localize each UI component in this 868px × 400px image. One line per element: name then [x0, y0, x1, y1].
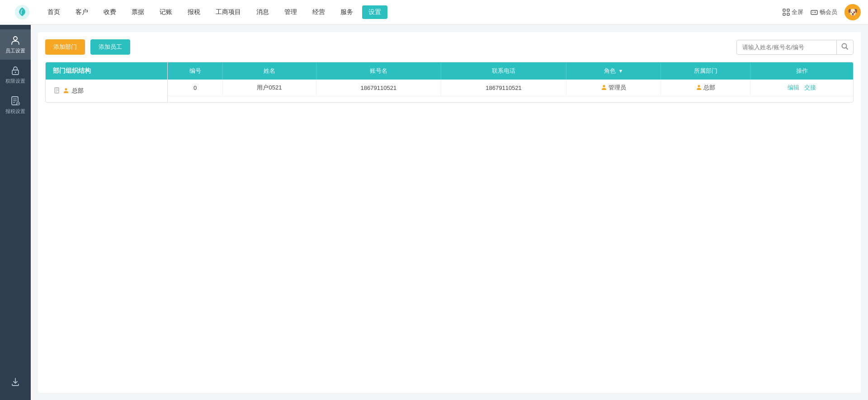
role-badge: 管理员	[601, 84, 626, 92]
cell-phone: 18679110521	[441, 80, 566, 96]
dept-tree-item-headquarters[interactable]: 总部	[50, 84, 163, 98]
svg-point-25	[603, 85, 605, 87]
sidebar-bottom	[10, 371, 21, 400]
left-sidebar: 员工设置 权限设置 报税设置	[0, 25, 31, 400]
fullscreen-icon	[783, 9, 790, 16]
member-button[interactable]: 畅会员	[811, 8, 837, 16]
search-input[interactable]	[737, 41, 836, 53]
content-area: 添加部门 添加员工 部门组织结构	[38, 32, 861, 393]
col-role[interactable]: 角色 ▼	[566, 62, 660, 80]
nav-operation[interactable]: 经营	[306, 5, 331, 19]
fullscreen-label: 全屏	[792, 8, 803, 16]
employee-table-area: 编号 姓名 账号名 联系电话 角色 ▼ 所属部门 操作	[168, 62, 853, 102]
svg-rect-3	[783, 13, 785, 15]
nav-tax[interactable]: 报税	[181, 5, 207, 19]
role-label: 管理员	[609, 84, 626, 92]
dept-tree-body: 总部	[46, 80, 167, 102]
svg-rect-5	[811, 10, 817, 14]
top-navigation: 首页 客户 收费 票据 记账 报税 工商项目 消息 管理 经营 服务 设置 全屏	[0, 0, 868, 25]
sidebar-item-permission[interactable]: 权限设置	[0, 60, 31, 90]
sidebar-item-tax-settings[interactable]: 报税设置	[0, 90, 31, 120]
sidebar-download[interactable]	[10, 371, 21, 393]
dept-item-label: 总部	[72, 87, 84, 95]
col-phone: 联系电话	[441, 62, 566, 80]
svg-point-8	[14, 37, 17, 40]
svg-point-10	[15, 72, 16, 73]
top-nav-right: 全屏 畅会员 🐶	[783, 4, 861, 20]
search-container	[736, 40, 854, 55]
nav-client[interactable]: 客户	[69, 5, 94, 19]
col-id: 编号	[168, 62, 223, 80]
add-dept-button[interactable]: 添加部门	[45, 39, 85, 55]
cell-dept: 总部	[661, 80, 750, 96]
main-nav: 首页 客户 收费 票据 记账 报税 工商项目 消息 管理 经营 服务 设置	[41, 5, 783, 19]
col-actions: 操作	[750, 62, 854, 80]
search-button[interactable]	[836, 40, 853, 54]
nav-home[interactable]: 首页	[41, 5, 66, 19]
download-icon	[10, 376, 21, 387]
nav-settings[interactable]: 设置	[362, 5, 387, 19]
cell-actions: 编辑 交接	[750, 80, 854, 96]
col-name: 姓名	[223, 62, 316, 80]
sidebar-item-employee[interactable]: 员工设置	[0, 29, 31, 60]
nav-bookkeeping[interactable]: 记账	[153, 5, 179, 19]
dept-person-icon	[63, 87, 69, 95]
main-content: 添加部门 添加员工 部门组织结构	[31, 25, 868, 400]
dept-tree: 部门组织结构	[46, 62, 168, 102]
member-icon	[811, 9, 818, 16]
nav-business[interactable]: 工商项目	[209, 5, 247, 19]
cell-account: 18679110521	[316, 80, 441, 96]
handover-button[interactable]: 交接	[804, 84, 816, 91]
table-row: 0 用户0521 18679110521 18679110521	[168, 80, 853, 96]
add-emp-button[interactable]: 添加员工	[90, 39, 130, 55]
dept-badge: 总部	[696, 84, 715, 92]
app-logo	[7, 4, 37, 20]
svg-rect-2	[787, 9, 789, 11]
sidebar-label-tax-settings: 报税设置	[5, 108, 25, 115]
permission-icon	[10, 65, 21, 76]
nav-message[interactable]: 消息	[250, 5, 275, 19]
fullscreen-button[interactable]: 全屏	[783, 8, 803, 16]
member-label: 畅会员	[820, 8, 837, 16]
dept-doc-icon	[54, 87, 60, 95]
svg-point-7	[815, 12, 816, 13]
employee-table: 编号 姓名 账号名 联系电话 角色 ▼ 所属部门 操作	[168, 62, 853, 96]
role-person-icon	[601, 84, 607, 92]
nav-billing[interactable]: 收费	[97, 5, 123, 19]
sidebar-label-employee: 员工设置	[5, 47, 25, 54]
cell-id: 0	[168, 80, 223, 96]
svg-point-26	[698, 85, 700, 87]
tax-settings-icon	[10, 95, 21, 106]
nav-service[interactable]: 服务	[334, 5, 359, 19]
col-account: 账号名	[316, 62, 441, 80]
user-avatar[interactable]: 🐶	[844, 4, 861, 20]
search-icon	[841, 43, 849, 50]
sidebar-label-permission: 权限设置	[5, 78, 25, 85]
body-layout: 部门组织结构	[45, 62, 854, 103]
nav-manage[interactable]: 管理	[278, 5, 303, 19]
cell-name: 用户0521	[223, 80, 316, 96]
cell-role: 管理员	[566, 80, 660, 96]
col-dept: 所属部门	[661, 62, 750, 80]
role-filter-icon: ▼	[618, 68, 623, 74]
edit-button[interactable]: 编辑	[788, 84, 799, 91]
svg-line-19	[846, 47, 848, 49]
dept-name-label: 总部	[703, 84, 715, 92]
dept-tree-header: 部门组织结构	[46, 62, 167, 80]
svg-rect-1	[783, 9, 785, 11]
svg-rect-4	[787, 13, 789, 15]
employee-icon	[10, 35, 21, 46]
nav-invoice[interactable]: 票据	[125, 5, 151, 19]
svg-point-24	[65, 88, 67, 90]
toolbar: 添加部门 添加员工	[45, 39, 854, 55]
dept-person-icon	[696, 84, 702, 92]
